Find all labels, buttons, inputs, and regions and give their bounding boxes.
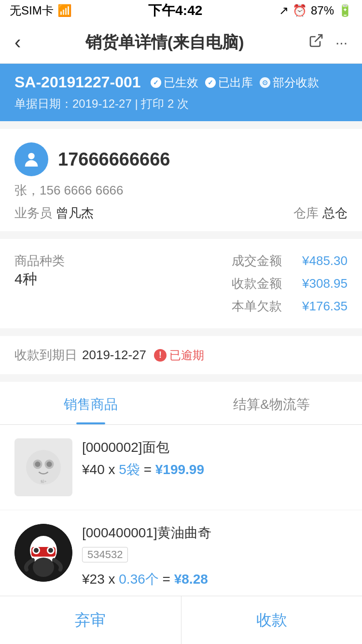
shipped-icon: ✓ bbox=[205, 77, 216, 88]
status-tag-partial: ⊙ 部分收款 bbox=[260, 75, 319, 90]
warehouse-value: 总仓 bbox=[322, 205, 348, 222]
salesperson-value: 曾凡杰 bbox=[56, 205, 94, 222]
customer-avatar bbox=[14, 142, 48, 176]
received-row: 收款金额 ¥308.95 bbox=[232, 275, 348, 292]
product-types-value: 4种 bbox=[14, 269, 232, 289]
status-tags: ✓ 已生效 ✓ 已出库 ⊙ 部分收款 bbox=[151, 75, 319, 90]
bottom-actions: 弃审 收款 bbox=[0, 596, 362, 644]
transaction-label: 成交金额 bbox=[232, 252, 282, 269]
svg-point-1 bbox=[28, 153, 34, 159]
tabs-section: 销售商品 结算&物流等 鲸+ bbox=[0, 382, 362, 602]
price-qty-2: 0.36个 bbox=[119, 572, 159, 587]
status-tag-shipped: ✓ 已出库 bbox=[205, 75, 253, 90]
status-bar: 无SIM卡 📶 下午4:42 ↗ ⏰ 87% 🔋 bbox=[0, 0, 362, 21]
tab-sales-products[interactable]: 销售商品 bbox=[0, 382, 181, 424]
svg-line-0 bbox=[315, 35, 322, 42]
header-banner-top: SA-20191227-001 ✓ 已生效 ✓ 已出库 ⊙ 部分收款 bbox=[14, 73, 348, 91]
header-date: 单据日期：2019-12-27 | 打印 2 次 bbox=[14, 96, 348, 112]
customer-section: 17666666666 张，156 6666 6666 业务员 曾凡杰 仓库 总… bbox=[0, 129, 362, 231]
status-tag-effective: ✓ 已生效 bbox=[151, 75, 198, 90]
received-value: ¥308.95 bbox=[290, 276, 348, 291]
arrears-label: 本单欠款 bbox=[232, 298, 282, 315]
price-qty-1: 5袋 bbox=[119, 462, 140, 477]
transaction-row: 成交金额 ¥485.30 bbox=[232, 252, 348, 269]
product-name-2: [000400001]黄油曲奇 bbox=[82, 524, 348, 542]
price-x-2: x bbox=[109, 572, 119, 587]
svg-point-13 bbox=[34, 548, 39, 553]
effective-icon: ✓ bbox=[151, 77, 161, 88]
alarm-icon: ⏰ bbox=[292, 4, 307, 17]
customer-name: 张，156 6666 6666 bbox=[14, 182, 348, 199]
battery-icon: 🔋 bbox=[338, 4, 352, 17]
order-number: SA-20191227-001 bbox=[14, 73, 141, 91]
product-name-1: [0000002]面包 bbox=[82, 438, 348, 457]
arrears-row: 本单欠款 ¥176.35 bbox=[232, 298, 348, 315]
shipped-label: 已出库 bbox=[218, 75, 253, 90]
header-banner: SA-20191227-001 ✓ 已生效 ✓ 已出库 ⊙ 部分收款 单据日期：… bbox=[0, 64, 362, 121]
svg-text:鲸+: 鲸+ bbox=[41, 479, 47, 484]
received-label: 收款金额 bbox=[232, 275, 282, 292]
overdue-badge: ! 已逾期 bbox=[154, 348, 204, 363]
product-thumbnail-1: 鲸+ bbox=[14, 438, 72, 496]
due-date-value: 2019-12-27 bbox=[82, 348, 146, 363]
transaction-value: ¥485.30 bbox=[290, 253, 348, 268]
price-eq-2: = bbox=[163, 572, 174, 587]
price-total-1: ¥199.99 bbox=[155, 462, 204, 477]
svg-point-14 bbox=[48, 548, 53, 553]
due-label: 收款到期日 bbox=[14, 347, 77, 364]
product-image-2 bbox=[14, 524, 72, 582]
warehouse-label: 仓库 bbox=[293, 205, 319, 222]
svg-point-5 bbox=[35, 462, 40, 467]
battery-text: 87% bbox=[311, 4, 334, 17]
price-total-2: ¥8.28 bbox=[174, 572, 208, 587]
tab-settlement[interactable]: 结算&物流等 bbox=[181, 382, 362, 424]
svg-point-15 bbox=[33, 558, 54, 577]
wifi-icon: 📶 bbox=[57, 4, 72, 17]
stats-section: 商品种类 4种 成交金额 ¥485.30 收款金额 ¥308.95 本单欠款 ¥… bbox=[0, 239, 362, 328]
table-row: [000400001]黄油曲奇 534532 ¥23 x 0.36个 = ¥8.… bbox=[0, 510, 362, 602]
nav-actions: ··· bbox=[308, 33, 348, 52]
price-x-1: x bbox=[109, 462, 119, 477]
more-button[interactable]: ··· bbox=[335, 34, 348, 51]
page-title: 销货单详情(来自电脑) bbox=[85, 31, 244, 54]
product-image-1: 鲸+ bbox=[14, 438, 72, 496]
due-section: 收款到期日 2019-12-27 ! 已逾期 bbox=[0, 336, 362, 374]
price-base-2: ¥23 bbox=[82, 572, 105, 587]
product-price-2: ¥23 x 0.36个 = ¥8.28 bbox=[82, 570, 348, 588]
product-tag-2: 534532 bbox=[82, 547, 128, 562]
product-types-label: 商品种类 bbox=[14, 252, 232, 269]
product-info-1: [0000002]面包 ¥40 x 5袋 = ¥199.99 bbox=[82, 438, 348, 479]
product-price-1: ¥40 x 5袋 = ¥199.99 bbox=[82, 461, 348, 479]
customer-info-row: 业务员 曾凡杰 仓库 总仓 bbox=[14, 205, 348, 222]
overdue-label: 已逾期 bbox=[169, 348, 204, 363]
status-right: ↗ ⏰ 87% 🔋 bbox=[279, 4, 352, 17]
location-icon: ↗ bbox=[279, 4, 289, 17]
salesperson-label: 业务员 bbox=[14, 205, 52, 222]
product-list: 鲸+ [0000002]面包 ¥40 x 5袋 = ¥199.99 bbox=[0, 425, 362, 602]
back-button[interactable]: ‹ bbox=[14, 31, 21, 53]
collect-button[interactable]: 收款 bbox=[181, 596, 362, 644]
partial-label: 部分收款 bbox=[273, 75, 319, 90]
effective-label: 已生效 bbox=[164, 75, 198, 90]
product-thumbnail-2 bbox=[14, 524, 72, 582]
cancel-review-button[interactable]: 弃审 bbox=[0, 596, 181, 644]
status-left: 无SIM卡 📶 bbox=[10, 3, 72, 18]
status-time: 下午4:42 bbox=[148, 1, 202, 20]
tabs-header: 销售商品 结算&物流等 bbox=[0, 382, 362, 425]
share-button[interactable] bbox=[308, 33, 324, 52]
arrears-value: ¥176.35 bbox=[290, 299, 348, 314]
price-eq-1: = bbox=[144, 462, 155, 477]
product-info-2: [000400001]黄油曲奇 534532 ¥23 x 0.36个 = ¥8.… bbox=[82, 524, 348, 588]
stats-left: 商品种类 4种 bbox=[14, 252, 232, 289]
customer-phone: 17666666666 bbox=[58, 149, 170, 170]
svg-point-6 bbox=[46, 462, 52, 467]
customer-top: 17666666666 bbox=[14, 142, 348, 176]
carrier-text: 无SIM卡 bbox=[10, 3, 54, 18]
table-row: 鲸+ [0000002]面包 ¥40 x 5袋 = ¥199.99 bbox=[0, 425, 362, 510]
partial-icon: ⊙ bbox=[260, 77, 270, 88]
overdue-icon: ! bbox=[154, 349, 167, 362]
nav-bar: ‹ 销货单详情(来自电脑) ··· bbox=[0, 21, 362, 64]
price-base-1: ¥40 bbox=[82, 462, 105, 477]
stats-right: 成交金额 ¥485.30 收款金额 ¥308.95 本单欠款 ¥176.35 bbox=[232, 252, 348, 315]
